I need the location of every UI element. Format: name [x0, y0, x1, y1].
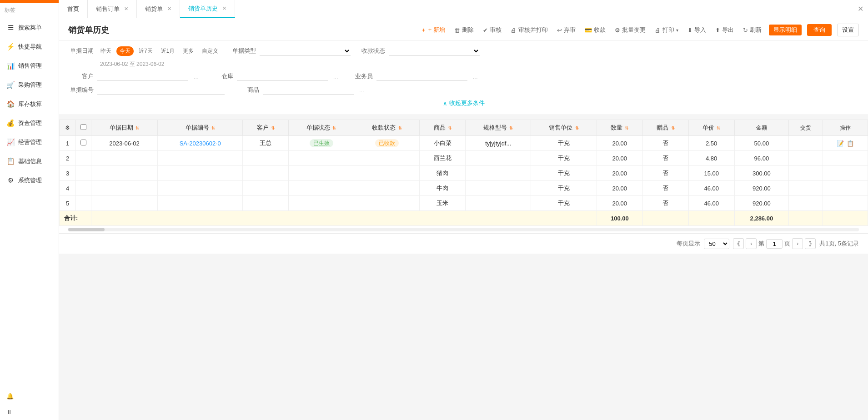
docno-input[interactable] [97, 85, 225, 95]
row-checkbox[interactable] [80, 140, 86, 145]
filter-area: 单据日期 昨天 今天 近7天 近1月 更多 自定义 单据类型 [59, 40, 868, 115]
col-header-spec[interactable]: 规格型号 ⇅ [466, 120, 531, 136]
customer-input[interactable] [97, 72, 188, 81]
ops-edit[interactable]: 📝 [837, 140, 844, 147]
cell-spec [466, 151, 531, 166]
header-checkbox[interactable] [80, 124, 86, 130]
sidebar-item-ops-mgmt[interactable]: 📈 经营管理 [0, 133, 59, 152]
cell-cb[interactable] [76, 151, 91, 166]
tab-sales-delivery-close[interactable]: ✕ [167, 6, 171, 12]
table-row[interactable]: 2西兰花千克20.00否4.8096.00 [60, 151, 868, 166]
last-page-button[interactable]: ⟫ [805, 238, 816, 249]
table-row[interactable]: 4牛肉千克20.00否46.00920.00 [60, 181, 868, 196]
col-header-customer[interactable]: 客户 ⇅ [243, 120, 289, 136]
salesperson-input[interactable] [376, 72, 467, 81]
col-header-amount[interactable]: 金额 [734, 120, 789, 136]
col-header-checkbox[interactable] [76, 120, 91, 136]
sidebar-bottom-pause[interactable]: ⏸ [0, 404, 59, 420]
tab-sales-history-close[interactable]: ✕ [222, 5, 226, 11]
col-header-qty[interactable]: 数量 ⇅ [597, 120, 642, 136]
collapse-button[interactable]: ∧ 收起更多条件 [443, 99, 485, 107]
date-btn-1month[interactable]: 近1月 [158, 46, 178, 56]
date-btn-7days[interactable]: 近7天 [135, 46, 156, 56]
batch-change-button[interactable]: ⚙ 批量变更 [613, 25, 647, 35]
goods-dots[interactable]: ... [359, 87, 364, 94]
collect-button[interactable]: 💳 收款 [583, 25, 607, 35]
next-page-button[interactable]: › [792, 238, 803, 249]
col-header-ops[interactable]: 操作 [823, 120, 868, 136]
sidebar-item-basic-info[interactable]: 📋 基础信息 [0, 152, 59, 171]
import-button[interactable]: ⬇ 导入 [686, 25, 708, 35]
cell-cb[interactable] [76, 181, 91, 196]
horizontal-scrollbar[interactable] [68, 228, 859, 231]
tab-sales-order-close[interactable]: ✕ [124, 6, 128, 12]
table-row[interactable]: 3猪肉千克20.00否15.00300.00 [60, 166, 868, 181]
sidebar-item-sys-mgmt[interactable]: ⚙ 系统管理 [0, 171, 59, 190]
table-row[interactable]: 5玉米千克20.00否46.00920.00 [60, 196, 868, 211]
cell-cb[interactable] [76, 136, 91, 151]
sidebar-item-search-menu[interactable]: ☰ 搜索菜单 [0, 18, 59, 37]
sidebar-item-quick-nav[interactable]: ⚡ 快捷导航 [0, 37, 59, 56]
first-page-button[interactable]: ⟪ [733, 238, 744, 249]
col-header-doc-date[interactable]: 单据日期 ⇅ [91, 120, 158, 136]
print-button[interactable]: 🖨 打印 ▾ [653, 25, 680, 35]
cell-cb[interactable] [76, 196, 91, 211]
settings-button[interactable]: 设置 [837, 24, 859, 36]
date-btn-more[interactable]: 更多 [180, 46, 197, 56]
col-header-settings[interactable]: ⚙ [60, 120, 76, 136]
cell-doc-date [91, 181, 158, 196]
tab-home[interactable]: 首页 [59, 0, 88, 18]
cell-ops[interactable] [823, 166, 868, 181]
col-header-doc-no[interactable]: 单据编号 ⇅ [158, 120, 243, 136]
date-btn-yesterday[interactable]: 昨天 [97, 46, 115, 56]
warehouse-input[interactable] [237, 72, 328, 81]
sidebar-item-inventory[interactable]: 🏠 库存核算 [0, 95, 59, 114]
cell-ops[interactable] [823, 151, 868, 166]
date-btn-custom[interactable]: 自定义 [199, 46, 221, 56]
ops-detail[interactable]: 📋 [847, 140, 854, 147]
col-header-transaction[interactable]: 交货 [789, 120, 823, 136]
col-header-price[interactable]: 单价 ⇅ [688, 120, 734, 136]
salesperson-dots[interactable]: ... [473, 73, 478, 80]
tab-sales-delivery[interactable]: 销货单 ✕ [137, 0, 180, 18]
sidebar-item-sales-mgmt[interactable]: 📊 销售管理 [0, 56, 59, 75]
sidebar-item-finance-mgmt[interactable]: 💰 资金管理 [0, 114, 59, 133]
abandon-button[interactable]: ↩ 弃审 [555, 25, 577, 35]
goods-input[interactable] [263, 85, 354, 95]
query-button[interactable]: 查询 [807, 24, 832, 36]
export-button[interactable]: ⬆ 导出 [713, 25, 736, 35]
col-header-collect-status[interactable]: 收款状态 ⇅ [354, 120, 420, 136]
col-header-goods[interactable]: 商品 ⇅ [420, 120, 466, 136]
tab-sales-history[interactable]: 销货单历史 ✕ [180, 0, 235, 18]
customer-dots[interactable]: ... [194, 73, 199, 80]
quick-nav-icon: ⚡ [6, 43, 15, 51]
page-size-select[interactable]: 50 100 200 [704, 239, 729, 249]
col-header-unit[interactable]: 销售单位 ⇅ [531, 120, 597, 136]
tab-sales-order[interactable]: 销售订单 ✕ [88, 0, 137, 18]
table-row[interactable]: 12023-06-02SA-20230602-0王总已生效已收款小白菜tyjyj… [60, 136, 868, 151]
col-header-gift[interactable]: 赠品 ⇅ [643, 120, 689, 136]
show-detail-button[interactable]: 显示明细 [769, 25, 802, 35]
audit-button[interactable]: ✔ 审核 [481, 25, 503, 35]
collect-status-select[interactable] [389, 46, 480, 56]
cell-ops[interactable] [823, 196, 868, 211]
warehouse-dots[interactable]: ... [333, 73, 338, 80]
sidebar-item-purchase-mgmt[interactable]: 🛒 采购管理 [0, 75, 59, 95]
page-number-input[interactable] [766, 239, 783, 249]
new-button[interactable]: ＋ + 新增 [419, 25, 447, 35]
prev-page-button[interactable]: ‹ [746, 238, 757, 249]
doc-type-select[interactable] [260, 46, 351, 56]
delete-button[interactable]: 🗑 删除 [452, 25, 476, 35]
window-close-button[interactable]: ✕ [858, 5, 863, 13]
cell-ops[interactable]: 📝📋 [823, 136, 868, 151]
cell-cb[interactable] [76, 166, 91, 181]
scroll-thumb[interactable] [68, 228, 105, 231]
col-header-doc-status[interactable]: 单据状态 ⇅ [289, 120, 354, 136]
sidebar-bottom-notification[interactable]: 🔔 [0, 388, 59, 404]
cell-doc-no [158, 196, 243, 211]
date-btn-today[interactable]: 今天 [116, 46, 134, 56]
sidebar-item-label: 系统管理 [18, 176, 42, 185]
cell-ops[interactable] [823, 181, 868, 196]
audit-print-button[interactable]: 🖨 审核并打印 [509, 25, 550, 35]
refresh-button[interactable]: ↻ 刷新 [741, 25, 763, 35]
